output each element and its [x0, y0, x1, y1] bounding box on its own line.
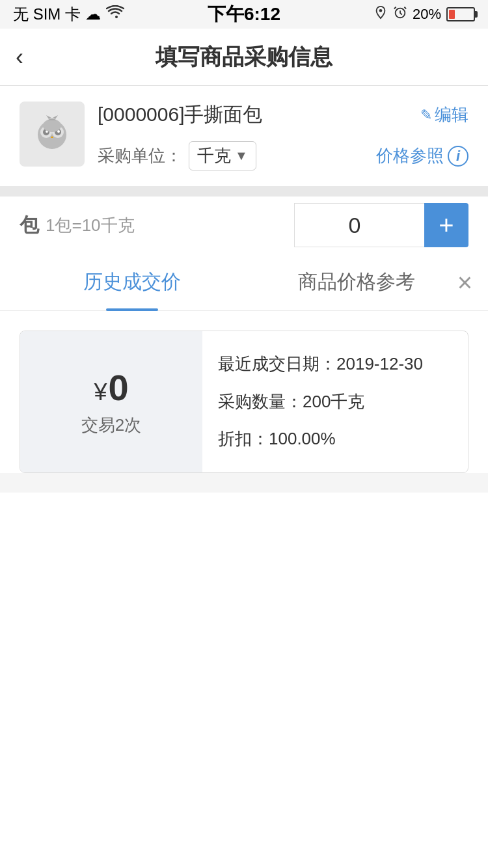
- bag-icon: 包: [20, 212, 39, 239]
- price-ref-button[interactable]: 价格参照 i: [376, 144, 468, 167]
- svg-point-9: [43, 119, 61, 132]
- purchase-qty-row: 采购数量：200千克: [218, 388, 452, 416]
- svg-marker-10: [46, 115, 51, 119]
- trade-card: ¥0 交易2次 最近成交日期：2019-12-30 采购数量：200千克 折扣：…: [20, 331, 468, 473]
- tab-active-underline: [106, 308, 158, 311]
- trade-details: 最近成交日期：2019-12-30 采购数量：200千克 折扣：100.00%: [202, 331, 468, 472]
- tab-history-price[interactable]: 历史成交价: [20, 254, 244, 311]
- trade-price-value: ¥0: [94, 366, 128, 409]
- quantity-input-wrap: +: [294, 203, 468, 247]
- section-divider: [0, 186, 488, 197]
- panel-area: 历史成交价 商品价格参考 × ¥0 交易2次 最近成交日期：2019-12-30…: [0, 254, 488, 473]
- empty-space: [0, 493, 488, 868]
- bag-unit-info: 包 1包=10千克: [20, 212, 135, 239]
- tab-history-label: 历史成交价: [83, 269, 181, 295]
- quantity-input[interactable]: [294, 203, 424, 247]
- help-icon: i: [448, 146, 468, 167]
- status-time: 下午6:12: [208, 2, 280, 27]
- trade-price-summary: ¥0 交易2次: [20, 331, 202, 472]
- discount-value: 100.00%: [269, 429, 336, 448]
- purchase-qty-label: 采购数量：: [218, 392, 303, 411]
- recent-date-row: 最近成交日期：2019-12-30: [218, 351, 452, 378]
- status-left: 无 SIM 卡 ☁: [13, 4, 124, 25]
- trade-count: 交易2次: [81, 414, 141, 437]
- product-name-row: [0000006]手撕面包 ✎ 编辑: [98, 102, 468, 128]
- back-button[interactable]: ‹: [16, 44, 23, 71]
- tab-price-ref-label: 商品价格参考: [298, 269, 415, 295]
- price-number: 0: [108, 367, 128, 408]
- product-name: [0000006]手撕面包: [98, 102, 262, 128]
- battery-icon: [446, 7, 475, 21]
- purchase-qty-value: 200千克: [303, 392, 364, 411]
- product-owl-icon: [29, 107, 75, 161]
- svg-point-0: [379, 9, 383, 12]
- sim-label: 无 SIM 卡 ☁: [13, 4, 101, 25]
- page-title: 填写商品采购信息: [156, 42, 332, 72]
- svg-marker-11: [53, 115, 58, 119]
- quantity-plus-button[interactable]: +: [424, 203, 468, 247]
- edit-icon: ✎: [420, 107, 432, 124]
- product-unit-row: 采购单位： 千克 ▼ 价格参照 i: [98, 141, 468, 170]
- price-ref-label: 价格参照: [376, 144, 444, 167]
- edit-button[interactable]: ✎ 编辑: [420, 103, 468, 126]
- bag-conversion-label: 1包=10千克: [46, 214, 135, 237]
- tabs-bar: 历史成交价 商品价格参考 ×: [0, 254, 488, 311]
- edit-label: 编辑: [435, 103, 468, 126]
- location-icon: [373, 5, 388, 23]
- discount-row: 折扣：100.00%: [218, 426, 452, 453]
- unit-dropdown-arrow: ▼: [235, 148, 248, 163]
- recent-date-label: 最近成交日期：: [218, 354, 336, 373]
- product-card: [0000006]手撕面包 ✎ 编辑 采购单位： 千克 ▼ 价格参照 i: [0, 86, 488, 186]
- status-bar: 无 SIM 卡 ☁ 下午6:12 20%: [0, 0, 488, 29]
- page-header: ‹ 填写商品采购信息: [0, 29, 488, 86]
- discount-label: 折扣：: [218, 429, 269, 448]
- battery-percent: 20%: [413, 6, 441, 23]
- wifi-icon: [106, 5, 124, 23]
- unit-value: 千克: [197, 144, 231, 167]
- status-right: 20%: [373, 5, 475, 23]
- panel-close-button[interactable]: ×: [457, 267, 472, 297]
- unit-label: 采购单位：: [98, 144, 182, 167]
- tab-price-ref[interactable]: 商品价格参考: [244, 254, 468, 311]
- product-thumbnail: [20, 102, 85, 167]
- unit-select[interactable]: 千克 ▼: [189, 141, 256, 170]
- recent-date-value: 2019-12-30: [336, 354, 423, 373]
- alarm-icon: [393, 5, 407, 23]
- product-info: [0000006]手撕面包 ✎ 编辑 采购单位： 千克 ▼ 价格参照 i: [98, 102, 468, 170]
- quantity-row: 包 1包=10千克 +: [0, 197, 488, 254]
- currency-symbol: ¥: [94, 379, 107, 405]
